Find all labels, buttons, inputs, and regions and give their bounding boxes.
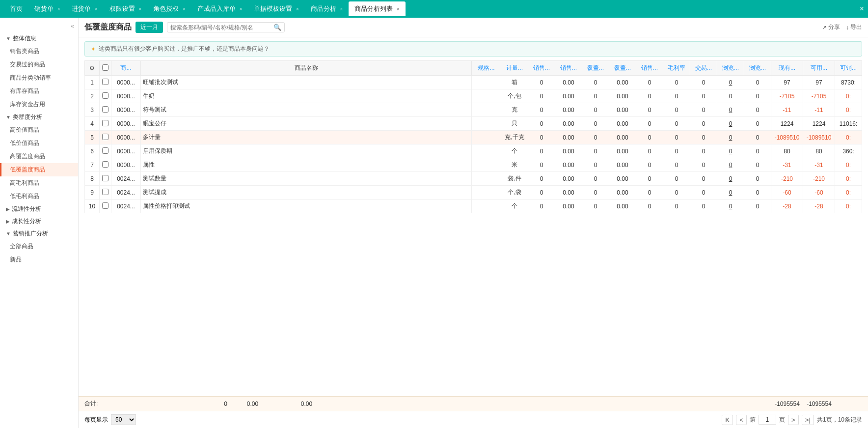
col-sales-qty[interactable]: 销售... [528, 61, 555, 76]
sidebar-collapse-btn[interactable]: « [0, 22, 78, 32]
row-checkbox[interactable] [100, 89, 111, 103]
sidebar-item-high-margin[interactable]: 高毛利商品 [0, 176, 78, 190]
col-settings[interactable]: ⚙ [85, 61, 100, 76]
sidebar-item-all-goods[interactable]: 全部商品 [0, 240, 78, 253]
nav-tab-product-in[interactable]: 产成品入库单 × [191, 1, 248, 16]
col-cov1[interactable]: 覆盖... [582, 61, 609, 76]
sidebar-section-marketing[interactable]: ▼ 营销推广分析 [0, 228, 78, 240]
nav-tab-sales[interactable]: 销货单 × [28, 1, 66, 16]
row-select-checkbox[interactable] [102, 106, 108, 113]
row-select-checkbox[interactable] [102, 147, 108, 154]
row-select-checkbox[interactable] [102, 79, 108, 85]
share-button[interactable]: ↗ 分享 [822, 23, 840, 31]
search-input[interactable] [170, 24, 273, 31]
row-browse1[interactable]: 0 [717, 131, 744, 144]
per-page-area: 每页显示 20 50 100 200 [84, 414, 136, 425]
row-browse1[interactable]: 0 [717, 144, 744, 158]
prev-page-button[interactable]: < [736, 415, 747, 425]
nav-tab-home[interactable]: 首页 [4, 1, 28, 16]
close-template-tab[interactable]: × [296, 6, 299, 12]
row-browse1[interactable]: 0 [717, 186, 744, 200]
row-select-checkbox[interactable] [102, 92, 108, 99]
row-code: 0000... [111, 131, 141, 144]
row-select-checkbox[interactable] [102, 120, 108, 126]
sidebar-item-low-margin[interactable]: 低毛利商品 [0, 190, 78, 203]
sidebar-section-circulation[interactable]: ▶ 流通性分析 [0, 203, 78, 215]
row-browse1[interactable]: 0 [717, 200, 744, 213]
col-available[interactable]: 可用... [803, 61, 835, 76]
row-select-checkbox[interactable] [102, 202, 108, 209]
row-select-checkbox[interactable] [102, 189, 108, 195]
row-checkbox[interactable] [100, 76, 111, 89]
sidebar-section-cluster[interactable]: ▼ 类群度分析 [0, 111, 78, 123]
row-checkbox[interactable] [100, 131, 111, 144]
row-cov1: 0 [582, 144, 609, 158]
sidebar-section-growth[interactable]: ▶ 成长性分析 [0, 215, 78, 228]
row-select-checkbox[interactable] [102, 161, 108, 168]
col-current[interactable]: 现有... [771, 61, 803, 76]
close-all-tabs[interactable]: × [860, 4, 864, 13]
row-checkbox[interactable] [100, 117, 111, 131]
date-filter-button[interactable]: 近一月 [136, 22, 163, 33]
row-cov1: 0 [582, 186, 609, 200]
nav-tab-permissions[interactable]: 权限设置 × [104, 1, 147, 16]
row-code: 0024... [111, 186, 141, 200]
row-checkbox[interactable] [100, 172, 111, 186]
sidebar-item-traded-goods[interactable]: 交易过的商品 [0, 58, 78, 71]
row-checkbox[interactable] [100, 158, 111, 172]
col-sales-amt[interactable]: 销售... [555, 61, 582, 76]
row-browse1[interactable]: 0 [717, 76, 744, 89]
col-gross-margin[interactable]: 毛利率 [663, 61, 690, 76]
col-code[interactable]: 商... [111, 61, 141, 76]
row-checkbox[interactable] [100, 144, 111, 158]
sidebar-item-low-value[interactable]: 低价值商品 [0, 137, 78, 150]
close-sales-tab[interactable]: × [57, 6, 60, 12]
sidebar-item-high-value[interactable]: 高价值商品 [0, 123, 78, 137]
select-all-checkbox[interactable] [102, 64, 108, 71]
close-analysis-list-tab[interactable]: × [397, 6, 400, 12]
col-transaction[interactable]: 交易... [690, 61, 717, 76]
settings-icon[interactable]: ⚙ [89, 65, 95, 72]
close-analysis-tab[interactable]: × [340, 6, 343, 12]
sidebar-item-high-coverage[interactable]: 高覆盖度商品 [0, 150, 78, 163]
export-button[interactable]: ↓ 导出 [846, 23, 862, 31]
page-input[interactable] [759, 415, 776, 425]
nav-tab-role[interactable]: 角色授权 × [147, 1, 191, 16]
first-page-button[interactable]: K [722, 415, 733, 425]
last-page-button[interactable]: >| [802, 415, 814, 425]
next-page-button[interactable]: > [788, 415, 799, 425]
nav-tab-analysis[interactable]: 商品分析 × [305, 1, 349, 16]
col-browse2[interactable]: 浏览... [744, 61, 771, 76]
close-permissions-tab[interactable]: × [139, 6, 142, 12]
col-saleable[interactable]: 可销... [835, 61, 862, 76]
close-purchase-tab[interactable]: × [95, 6, 98, 12]
row-select-checkbox[interactable] [102, 175, 108, 181]
col-cov2[interactable]: 覆盖... [609, 61, 636, 76]
sidebar-item-sales-goods[interactable]: 销售类商品 [0, 45, 78, 58]
col-unit[interactable]: 计量... [501, 61, 528, 76]
close-role-tab[interactable]: × [183, 6, 186, 12]
row-browse1[interactable]: 0 [717, 172, 744, 186]
close-product-in-tab[interactable]: × [240, 6, 243, 12]
row-browse1[interactable]: 0 [717, 103, 744, 117]
row-checkbox[interactable] [100, 200, 111, 213]
row-select-checkbox[interactable] [102, 134, 108, 140]
row-browse1[interactable]: 0 [717, 158, 744, 172]
col-spec[interactable]: 规格... [472, 61, 501, 76]
sidebar-item-capital-usage[interactable]: 库存资金占用 [0, 98, 78, 111]
col-browse1[interactable]: 浏览... [717, 61, 744, 76]
sidebar-item-category-rate[interactable]: 商品分类动销率 [0, 71, 78, 85]
nav-tab-purchase[interactable]: 进货单 × [66, 1, 103, 16]
sidebar-item-low-coverage[interactable]: 低覆盖度商品 [0, 163, 78, 176]
row-checkbox[interactable] [100, 103, 111, 117]
nav-tab-analysis-list[interactable]: 商品分析列表 × [349, 1, 405, 16]
sidebar-section-overall[interactable]: ▼ 整体信息 [0, 32, 78, 45]
col-sales-count[interactable]: 销售... [636, 61, 663, 76]
row-checkbox[interactable] [100, 186, 111, 200]
per-page-select[interactable]: 20 50 100 200 [111, 414, 136, 425]
sidebar-item-new-goods[interactable]: 新品 [0, 253, 78, 266]
nav-tab-template[interactable]: 单据模板设置 × [248, 1, 304, 16]
sidebar-item-stock-goods[interactable]: 有库存商品 [0, 85, 78, 98]
row-browse1[interactable]: 0 [717, 89, 744, 103]
row-browse1[interactable]: 0 [717, 117, 744, 131]
